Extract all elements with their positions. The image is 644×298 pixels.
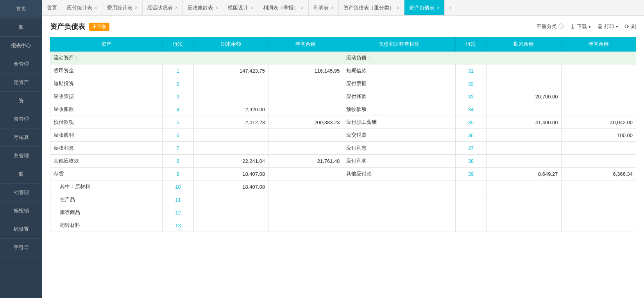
left-row-num: 3 <box>163 90 194 103</box>
print-icon: 🖶 <box>597 23 603 30</box>
download-button[interactable]: ⤓ 下载 ▾ <box>570 23 591 30</box>
refresh-button[interactable]: ⟳ 刷 <box>624 23 636 30</box>
left-begin-balance: 21,761.48 <box>268 155 343 168</box>
non-classify-toggle[interactable]: 不重分类 ⓘ <box>537 23 564 30</box>
left-row-num: 2 <box>163 77 194 90</box>
left-begin-balance <box>268 180 343 193</box>
left-item-name: 短期投资 <box>50 77 163 90</box>
sidebar-item-account[interactable]: 账 <box>0 18 42 37</box>
right-row-num: 36 <box>455 129 487 142</box>
left-end-balance <box>193 77 268 90</box>
right-begin-balance <box>561 142 636 155</box>
right-item-name: 应付利息 <box>343 142 455 155</box>
left-begin-balance: 116,145.95 <box>268 64 343 77</box>
sidebar-item-fixed-assets[interactable]: 定资产 <box>0 73 42 92</box>
tab-balance[interactable]: 资产负债表 × <box>404 0 445 16</box>
right-end-balance <box>487 193 561 206</box>
left-item-name: 其他应收款 <box>50 155 163 168</box>
sidebar-item-expense[interactable]: 畅报销 <box>0 202 42 220</box>
sidebar-item-settings[interactable]: 础设置 <box>0 220 42 239</box>
left-row-num: 8 <box>163 155 194 168</box>
left-begin-balance <box>268 90 343 103</box>
right-end-balance <box>487 155 561 168</box>
col-header-end-bal-right: 期末余额 <box>487 37 561 52</box>
tab-cost-stats[interactable]: 费用统计表 × <box>102 0 143 16</box>
left-end-balance: 18,407.08 <box>193 180 268 193</box>
left-end-balance: 18,407.08 <box>193 168 268 180</box>
sidebar-item-tax[interactable]: 务管理 <box>0 147 42 165</box>
tab-close-operations[interactable]: × <box>175 5 178 11</box>
tab-balance-reclassify[interactable]: 资产负债表（重分类） × <box>339 0 404 16</box>
tab-close-payable-stats[interactable]: × <box>95 5 97 11</box>
tab-close-balance[interactable]: × <box>437 5 440 11</box>
left-end-balance: 22,241.04 <box>193 155 268 168</box>
tab-close-profit[interactable]: × <box>331 5 334 11</box>
sidebar-item-bill-mgmt[interactable]: 票管理 <box>0 110 42 128</box>
left-item-name: 周转材料 <box>50 219 163 232</box>
right-end-balance <box>487 103 561 116</box>
tab-close-receivable-aging[interactable]: × <box>215 5 218 11</box>
right-item-name: 其他应付款 <box>343 168 455 180</box>
right-item-name: 应付职工薪酬 <box>343 116 455 129</box>
sidebar-item-guide[interactable]: 手引导 <box>0 239 42 257</box>
left-begin-balance <box>268 77 343 90</box>
table-row: 库存商品 12 <box>50 206 636 219</box>
right-begin-balance: 40,042.00 <box>561 116 636 129</box>
tab-operations[interactable]: 经营状况表 × <box>143 0 183 16</box>
left-item-name: 货币资金 <box>50 64 163 77</box>
tab-template-design[interactable]: 模版设计 × <box>223 0 258 16</box>
right-begin-balance <box>561 90 636 103</box>
sidebar-item-investment[interactable]: 资 <box>0 92 42 110</box>
left-begin-balance <box>268 142 343 155</box>
left-item-name: 应收股利 <box>50 129 163 142</box>
right-row-num: 32 <box>455 77 487 90</box>
table-row: 存货 9 18,407.08 其他应付款 39 8,649.27 6,366.3… <box>50 168 636 180</box>
print-button[interactable]: 🖶 打印 ▾ <box>597 23 618 30</box>
left-item-name: 存货 <box>50 168 163 180</box>
right-end-balance: 8,649.27 <box>487 168 561 180</box>
tab-profit-quarterly[interactable]: 利润表（季报） × <box>258 0 309 16</box>
header-actions: 不重分类 ⓘ ⤓ 下载 ▾ 🖶 打印 ▾ ⟳ 刷 <box>537 23 636 30</box>
right-end-balance <box>487 219 561 232</box>
tab-close-balance-reclassify[interactable]: × <box>397 5 399 11</box>
tab-profit[interactable]: 利润表 × <box>309 0 339 16</box>
col-header-liabilities: 负债和所有者权益 <box>343 37 455 52</box>
tab-close-profit-quarterly[interactable]: × <box>301 5 304 11</box>
right-item-name <box>343 180 455 193</box>
left-end-balance <box>193 142 268 155</box>
tab-home[interactable]: 首页 <box>42 0 62 16</box>
right-item-name: 应付票据 <box>343 77 455 90</box>
sidebar-item-archive[interactable]: 档管理 <box>0 184 42 202</box>
right-begin-balance <box>561 206 636 219</box>
help-icon[interactable]: ⓘ <box>558 23 564 30</box>
right-row-num: 33 <box>455 90 487 103</box>
left-row-num: 9 <box>163 168 194 180</box>
left-row-num: 11 <box>163 193 194 206</box>
right-item-name: 应付利润 <box>343 155 455 168</box>
right-row-num: 37 <box>455 142 487 155</box>
right-row-num: 39 <box>455 168 487 180</box>
right-begin-balance <box>561 77 636 90</box>
tab-close-cost-stats[interactable]: × <box>135 5 138 11</box>
right-end-balance <box>487 64 561 77</box>
sidebar-item-ledger[interactable]: 账 <box>0 165 42 184</box>
right-end-balance <box>487 206 561 219</box>
download-icon: ⤓ <box>570 23 575 30</box>
left-row-num: 13 <box>163 219 194 232</box>
table-row: 短期投资 2 应付票据 32 <box>50 77 636 90</box>
sidebar-item-home[interactable]: 首页 <box>0 0 42 18</box>
tab-receivable-aging[interactable]: 应收账龄表 × <box>183 0 223 16</box>
sidebar-item-report-center[interactable]: 报表中心 <box>0 37 42 55</box>
tab-scroll-right[interactable]: › <box>446 4 454 11</box>
sidebar-item-finance[interactable]: 金管理 <box>0 55 42 73</box>
right-begin-balance: 100.00 <box>561 129 636 142</box>
tab-close-template-design[interactable]: × <box>250 5 253 11</box>
table-row: 预付款项 5 2,012.23 200,383.23 应付职工薪酬 35 41,… <box>50 116 636 129</box>
tab-payable-stats[interactable]: 应付统计表 × <box>62 0 102 16</box>
left-item-name: 其中：原材料 <box>50 180 163 193</box>
left-item-name: 在产品 <box>50 193 163 206</box>
left-end-balance: 147,423.75 <box>193 64 268 77</box>
sidebar: 首页 账 报表中心 金管理 定资产 资 票管理 存核算 务管理 账 档管理 畅报… <box>0 0 42 298</box>
right-item-name: 预收款项 <box>343 103 455 116</box>
sidebar-item-inventory[interactable]: 存核算 <box>0 128 42 147</box>
